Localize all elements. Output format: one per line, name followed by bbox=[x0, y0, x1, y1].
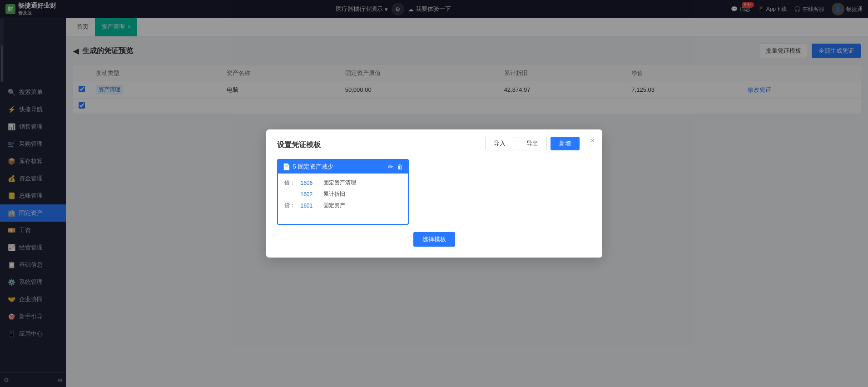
template-entry-row-1: 借： 1606 固定资产清理 bbox=[282, 177, 404, 189]
template-card: 📄 5-固定资产减少 ✏ 🗑 借： 1606 固定资产清理 bbox=[277, 159, 409, 225]
dialog-close-icon[interactable]: × bbox=[590, 137, 595, 145]
entry-type-3: 贷： bbox=[282, 200, 298, 211]
entry-type-2 bbox=[282, 189, 298, 200]
entry-name-3: 固定资产 bbox=[321, 200, 379, 211]
new-btn[interactable]: 新增 bbox=[551, 137, 580, 150]
export-btn[interactable]: 导出 bbox=[518, 137, 547, 150]
entry-name-2: 累计折旧 bbox=[321, 189, 379, 200]
entry-name-1: 固定资产清理 bbox=[321, 177, 379, 189]
template-entry-row-3: 贷： 1601 固定资产 bbox=[282, 200, 404, 211]
entry-code-1: 1606 bbox=[298, 177, 321, 189]
template-edit-icon[interactable]: ✏ bbox=[388, 163, 393, 170]
entry-code-2: 1602 bbox=[298, 189, 321, 200]
template-card-header-actions: ✏ 🗑 bbox=[388, 163, 403, 170]
template-entry-row-empty bbox=[282, 211, 404, 220]
dialog-header-actions: 导入 导出 新增 bbox=[485, 137, 580, 150]
template-delete-icon[interactable]: 🗑 bbox=[397, 163, 403, 170]
set-template-dialog: 设置凭证模板 导入 导出 新增 × 📄 5-固定资产减少 ✏ 🗑 bbox=[266, 129, 602, 258]
template-entry-row-2: 1602 累计折旧 bbox=[282, 189, 404, 200]
entry-code-3: 1601 bbox=[298, 200, 321, 211]
template-entries-table: 借： 1606 固定资产清理 1602 累计折旧 bbox=[282, 177, 404, 220]
select-template-btn[interactable]: 选择模板 bbox=[413, 232, 455, 247]
template-card-header: 📄 5-固定资产减少 ✏ 🗑 bbox=[278, 160, 408, 174]
import-btn[interactable]: 导入 bbox=[485, 137, 514, 150]
entry-type-1: 借： bbox=[282, 177, 298, 189]
template-card-icon: 📄 bbox=[283, 163, 290, 170]
overlay: 设置凭证模板 导入 导出 新增 × 📄 5-固定资产减少 ✏ 🗑 bbox=[0, 0, 868, 387]
template-card-header-left: 📄 5-固定资产减少 bbox=[283, 163, 334, 171]
template-card-body: 借： 1606 固定资产清理 1602 累计折旧 bbox=[278, 174, 408, 224]
